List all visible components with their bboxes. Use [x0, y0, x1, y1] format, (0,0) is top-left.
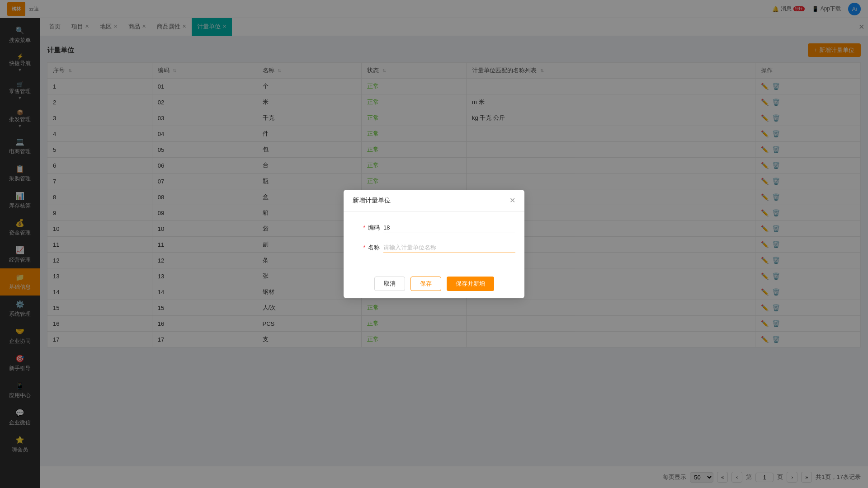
modal-overlay[interactable]: 新增计量单位 ✕ * 编码 * 名称 取消 保存 保存并新增 — [0, 0, 868, 488]
name-input[interactable] — [383, 242, 515, 253]
name-label: * 名称 — [353, 244, 380, 252]
save-and-new-button[interactable]: 保存并新增 — [447, 277, 494, 291]
modal-header: 新增计量单位 ✕ — [344, 190, 524, 211]
name-required: * — [363, 244, 365, 251]
modal-body: * 编码 * 名称 — [344, 211, 524, 269]
name-label-text: 名称 — [368, 244, 380, 251]
save-button[interactable]: 保存 — [410, 277, 441, 291]
form-row-name: * 名称 — [353, 242, 515, 253]
code-input[interactable] — [383, 222, 515, 233]
code-label: * 编码 — [353, 224, 380, 232]
add-unit-modal: 新增计量单位 ✕ * 编码 * 名称 取消 保存 保存并新增 — [344, 190, 524, 298]
modal-footer: 取消 保存 保存并新增 — [344, 269, 524, 298]
modal-close-button[interactable]: ✕ — [509, 196, 515, 205]
code-label-text: 编码 — [368, 224, 380, 231]
form-row-code: * 编码 — [353, 222, 515, 233]
code-required: * — [363, 224, 365, 231]
cancel-button[interactable]: 取消 — [374, 277, 405, 291]
modal-title: 新增计量单位 — [353, 197, 391, 205]
